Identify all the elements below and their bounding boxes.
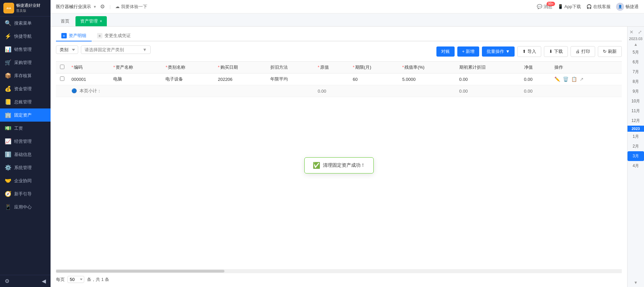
sidebar-item-sales[interactable]: 📊 销售管理 (0, 43, 51, 56)
batch-arrow-icon: ▼ (505, 49, 510, 54)
edit-icon[interactable]: ✏️ (554, 76, 560, 82)
panel-scroll-up-icon[interactable]: ▲ (633, 41, 639, 47)
scrollbar-thumb[interactable] (56, 270, 224, 273)
pagination: 每页 50 10 20 100 条，共 1 条 (56, 273, 622, 283)
refresh-button[interactable]: ↻ 刷新 (598, 46, 622, 57)
logo-text: 畅捷通好业财 (16, 3, 40, 8)
sidebar-item-cooperation[interactable]: 🤝 企业协同 (0, 174, 51, 187)
tab-asset-detail[interactable]: ≡ 资产明细 (56, 31, 92, 41)
more-icon[interactable]: ↗ (580, 76, 584, 82)
month-10[interactable]: 10月 (627, 96, 644, 106)
page-size-select[interactable]: 50 10 20 100 (67, 276, 84, 283)
month-1[interactable]: 1月 (627, 132, 644, 141)
success-message: 清理固定资产成功！ (323, 162, 365, 168)
fixed-assets-icon: 🏢 (5, 112, 11, 118)
sidebar-item-apps[interactable]: 📱 应用中心 (0, 200, 51, 214)
subtotal-period (349, 85, 399, 97)
horizontal-scrollbar[interactable] (56, 269, 622, 273)
settings-icon[interactable]: ⚙ (5, 278, 9, 284)
batch-button[interactable]: 批量操作 ▼ (482, 46, 515, 57)
panel-scroll-down-icon[interactable]: ▼ (633, 280, 639, 286)
experience-btn[interactable]: ☁ 我要体验一下 (115, 4, 147, 10)
select-all-checkbox[interactable] (60, 65, 64, 69)
sales-icon: 📊 (5, 46, 11, 53)
month-6[interactable]: 6月 (627, 57, 644, 67)
sidebar-item-basic-info[interactable]: ℹ️ 基础信息 (0, 148, 51, 161)
collapse-icon[interactable]: ◀ (42, 278, 46, 284)
row-checkbox-cell (56, 73, 68, 85)
sidebar-item-label: 搜索菜单 (14, 20, 32, 26)
month-5[interactable]: 5月 (627, 47, 644, 57)
company-selector[interactable]: 医疗器械行业演示 ▼ (56, 4, 97, 10)
month-4[interactable]: 4月 (627, 161, 644, 171)
messages-badge: 99+ (547, 2, 555, 6)
divider: | (110, 4, 111, 9)
salary-icon: 💵 (5, 125, 11, 131)
sidebar-item-search[interactable]: 🔍 搜索菜单 (0, 17, 51, 30)
sidebar-item-fixed-assets[interactable]: 🏢 固定资产 (0, 108, 51, 122)
settings-gear-icon[interactable]: ⚙ (100, 3, 105, 10)
sidebar-item-label: 总账管理 (14, 99, 32, 105)
import-button[interactable]: ⬆ 导入 (517, 46, 541, 57)
print-icon: 🖨 (576, 49, 580, 54)
copy-icon[interactable]: 📋 (571, 76, 577, 82)
sidebar-item-label: 库存核算 (14, 73, 32, 79)
user-profile-btn[interactable]: 👤 畅捷通 (616, 3, 639, 11)
table-header-row: *编码 *资产名称 *类别名称 *购买日期 折旧方法 *原值 *期限(月) *残… (56, 62, 622, 73)
col-purchase-date: *购买日期 (214, 62, 267, 73)
customer-service-btn[interactable]: 🎧 在线客服 (586, 4, 611, 10)
topbar: 医疗器械行业演示 ▼ ⚙ | ☁ 我要体验一下 💬 消息 99+ 📱 App下载… (51, 0, 644, 13)
delete-icon[interactable]: 🗑️ (563, 76, 569, 82)
sidebar-item-quick-nav[interactable]: ⚡ 快捷导航 (0, 30, 51, 43)
category-input[interactable] (85, 47, 141, 52)
subtotal-icon: 🔵 (71, 88, 77, 93)
app-download-btn[interactable]: 📱 App下载 (558, 4, 581, 10)
main-area: 医疗器械行业演示 ▼ ⚙ | ☁ 我要体验一下 💬 消息 99+ 📱 App下载… (51, 0, 644, 287)
panel-expand-icon[interactable]: ⤢ (638, 29, 642, 35)
download-button[interactable]: ⬇ 下载 (544, 46, 568, 57)
dropdown-arrow-icon[interactable]: ▼ (143, 47, 147, 52)
cell-code: 000001 (68, 73, 110, 85)
sidebar-item-label: 企业协同 (14, 178, 32, 184)
sidebar-item-guide[interactable]: 🧭 新手引导 (0, 187, 51, 200)
category-filter[interactable]: 类别 (56, 45, 78, 54)
month-12[interactable]: 12月 (627, 116, 644, 126)
new-button[interactable]: + 新增 (457, 46, 479, 57)
sidebar-footer: ⚙ ◀ (0, 275, 51, 287)
month-3-active[interactable]: 3月 (627, 151, 644, 161)
content-main: ≡ 资产明细 ≡ 变更生成凭证 类别 ▼ (51, 27, 627, 287)
sidebar-item-ledger[interactable]: 📒 总账管理 (0, 95, 51, 108)
sidebar-item-finance[interactable]: 💰 资金管理 (0, 82, 51, 95)
panel-close-icon[interactable]: ✕ (630, 29, 634, 35)
sidebar-item-purchase[interactable]: 🛒 采购管理 (0, 56, 51, 69)
year-2023-label[interactable]: 2023 (627, 126, 644, 132)
messages-btn[interactable]: 💬 消息 99+ (537, 4, 552, 10)
tab-close-icon[interactable]: × (100, 19, 102, 24)
logo-icon: AtA (3, 3, 14, 13)
col-initial-accumulated: 期初累计折旧 (456, 62, 521, 73)
tab-change-voucher[interactable]: ≡ 变更生成凭证 (92, 31, 136, 41)
sidebar-item-salary[interactable]: 💵 工资 (0, 122, 51, 135)
month-11[interactable]: 11月 (627, 106, 644, 116)
calendar-months: 5月 6月 7月 8月 9月 10月 11月 12月 2023 1月 2月 3月… (627, 47, 644, 280)
tab-home[interactable]: 首页 (56, 16, 74, 26)
cell-initial-accumulated: 0.00 (456, 73, 521, 85)
asset-detail-icon: ≡ (61, 33, 67, 38)
reconcile-button[interactable]: 对账 (436, 46, 455, 57)
month-7[interactable]: 7月 (627, 67, 644, 77)
row-checkbox[interactable] (60, 76, 64, 81)
sidebar-item-system[interactable]: ⚙️ 系统管理 (0, 161, 51, 174)
right-panel: ✕ ⤢ 2023.03 ▲ 5月 6月 7月 8月 9月 10月 11月 12月… (627, 27, 644, 287)
success-check-icon: ✅ (313, 162, 320, 169)
sidebar-item-label: 固定资产 (14, 112, 32, 118)
system-icon: ⚙️ (5, 164, 11, 171)
month-9[interactable]: 9月 (627, 87, 644, 96)
tab-asset-management[interactable]: 资产管理 × (75, 16, 107, 26)
col-depreciation-method: 折旧方法 (267, 62, 314, 73)
month-8[interactable]: 8月 (627, 77, 644, 87)
print-button[interactable]: 🖨 打印 (571, 46, 595, 57)
month-2[interactable]: 2月 (627, 141, 644, 151)
sidebar-item-inventory[interactable]: 📦 库存核算 (0, 69, 51, 82)
subtotal-initial-accumulated: 0.00 (456, 85, 521, 97)
sidebar-item-operations[interactable]: 📈 经营管理 (0, 135, 51, 148)
